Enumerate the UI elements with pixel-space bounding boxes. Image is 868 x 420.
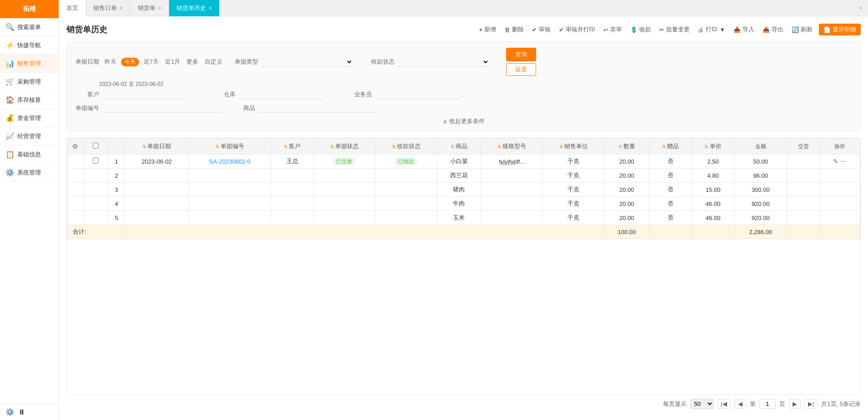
select-all-checkbox[interactable] — [93, 143, 99, 149]
filter-date-item: 单据日期 昨天 今天 近7天 近1月 更多 自定义 — [74, 57, 224, 66]
sidebar-item-sys-mgmt[interactable]: ⚙️ 系统管理 — [0, 164, 59, 182]
tab-sales-order-close[interactable]: × — [120, 5, 123, 11]
sidebar-item-finance[interactable]: 💰 资金管理 — [0, 109, 59, 127]
ops-mgmt-icon: 📈 — [5, 132, 14, 140]
filter-docno-item: 单据编号 — [74, 104, 221, 113]
th-price[interactable]: ⇅ 单价 — [692, 139, 734, 155]
th-spec[interactable]: ⇅ 规格型号 — [481, 139, 543, 155]
tab-sales-goods-close[interactable]: × — [158, 5, 161, 11]
collapse-label: 收起更多条件 — [449, 117, 485, 125]
sidebar-item-quick-nav[interactable]: ⚡ 快捷导航 — [0, 36, 59, 55]
query-button[interactable]: 查询 — [506, 48, 536, 61]
first-page-button[interactable]: |◀ — [717, 399, 731, 409]
inventory-icon: 🏠 — [5, 95, 14, 104]
th-doc-no[interactable]: ⇅ 单据编号 — [189, 139, 271, 155]
date-btn-more[interactable]: 更多 — [185, 57, 200, 66]
basic-info-icon: 📋 — [5, 150, 14, 159]
cell-gift: 否 — [649, 197, 692, 211]
th-qty[interactable]: ⇅ 数量 — [604, 139, 649, 155]
tab-sales-history-close[interactable]: × — [209, 5, 212, 11]
cell-gift: 否 — [649, 211, 692, 225]
tab-home-label: 首页 — [66, 4, 78, 12]
sidebar-item-inventory[interactable]: 🏠 库存核算 — [0, 91, 59, 109]
collapse-button[interactable]: ∧ 收起更多条件 — [74, 117, 853, 125]
tab-bar-close-btn[interactable]: × — [853, 5, 868, 11]
pause-icon[interactable]: ⏸ — [18, 408, 25, 416]
edit-op-btn[interactable]: ✎ — [832, 158, 839, 165]
refresh-button[interactable]: 🔄 刷新 — [790, 25, 814, 35]
table-row: 5玉米千克20.00否46.00920.00 — [67, 211, 860, 225]
data-table: ⚙ ⇅ 单据日期 ⇅ 单据编号 — [67, 138, 860, 239]
show-detail-button[interactable]: 📄 显示明细 — [819, 24, 861, 35]
cell-price: 46.00 — [692, 211, 734, 225]
tab-sales-history[interactable]: 销货单历史 × — [169, 0, 220, 16]
cell-qty: 20.00 — [604, 169, 649, 183]
page-size-select[interactable]: 50 100 200 — [690, 399, 714, 409]
th-gift[interactable]: ⇅ 赠品 — [649, 139, 692, 155]
cell-checkbox — [84, 197, 109, 211]
last-page-button[interactable]: ▶| — [804, 399, 818, 409]
set-button[interactable]: 设置 — [506, 63, 536, 76]
collect-button[interactable]: 💲 收款 — [628, 25, 653, 35]
warehouse-input[interactable] — [239, 90, 321, 99]
tab-sales-history-label: 销货单历史 — [176, 4, 206, 12]
doctype-select[interactable] — [262, 57, 353, 67]
salesperson-input[interactable] — [376, 90, 457, 99]
th-doc-status[interactable]: ⇅ 单据状态 — [314, 139, 376, 155]
docno-label: 单据编号 — [74, 104, 99, 112]
date-btn-custom[interactable]: 自定义 — [203, 57, 224, 66]
next-page-button[interactable]: ▶ — [789, 399, 801, 409]
cell-paymentstatus — [375, 183, 437, 197]
row-checkbox[interactable] — [93, 158, 99, 164]
date-btn-1month[interactable]: 近1月 — [163, 57, 182, 66]
sidebar-item-search-menu[interactable]: 🔍 搜索菜单 — [0, 18, 59, 36]
cell-price: 2.50 — [692, 155, 734, 169]
import-button[interactable]: 📥 导入 — [732, 25, 756, 35]
customer-input[interactable] — [103, 90, 185, 99]
cell-docdate — [125, 169, 189, 183]
column-settings-icon[interactable]: ⚙ — [72, 143, 78, 150]
tab-home[interactable]: 首页 — [59, 0, 86, 16]
batch-change-button[interactable]: ✏ 批量变更 — [657, 25, 692, 35]
customer-dots[interactable]: ... — [188, 91, 193, 98]
audit-button[interactable]: ✔ 审核 — [530, 25, 552, 35]
th-customer[interactable]: ⇅ 客户 — [271, 139, 314, 155]
goods-dots[interactable]: ... — [381, 105, 386, 112]
date-btn-yesterday[interactable]: 昨天 — [103, 57, 118, 66]
sidebar-item-sales-mgmt[interactable]: 📊 销售管理 — [0, 55, 59, 73]
settings-bottom-icon[interactable]: ⚙️ — [5, 408, 15, 416]
salesperson-dots[interactable]: ... — [461, 91, 466, 98]
current-page-input[interactable] — [759, 399, 776, 409]
new-button[interactable]: + 新增 — [477, 25, 498, 35]
cell-unit: 千克 — [543, 211, 605, 225]
th-payment-status[interactable]: ⇅ 收款状态 — [375, 139, 437, 155]
cell-price: 46.00 — [692, 197, 734, 211]
abandon-button[interactable]: ↩ 弃审 — [602, 25, 624, 35]
sidebar-item-ops-mgmt[interactable]: 📈 经营管理 — [0, 127, 59, 145]
more-op-btn[interactable]: ⋯ — [839, 158, 848, 165]
audit-print-button[interactable]: ✔ 审核并打印 — [557, 25, 597, 35]
prev-page-button[interactable]: ◀ — [734, 399, 746, 409]
goods-input[interactable] — [259, 104, 377, 113]
th-doc-date[interactable]: ⇅ 单据日期 — [125, 139, 189, 155]
payment-select[interactable] — [398, 57, 489, 67]
print-button[interactable]: 🖨 打印 ▼ — [696, 25, 727, 35]
doc-no-link[interactable]: SA-20230602-0 — [209, 158, 251, 165]
summary-empty — [125, 225, 604, 239]
data-table-container: ⚙ ⇅ 单据日期 ⇅ 单据编号 — [66, 138, 861, 395]
warehouse-dots[interactable]: ... — [325, 91, 330, 98]
th-goods[interactable]: ⇅ 商品 — [437, 139, 481, 155]
cell-goods: 西兰花 — [437, 169, 481, 183]
export-button[interactable]: 📤 导出 — [761, 25, 785, 35]
tab-sales-order[interactable]: 销售订单 × — [86, 0, 130, 16]
date-btn-7days[interactable]: 近7天 — [142, 57, 161, 66]
cell-docno — [189, 169, 271, 183]
tab-sales-goods[interactable]: 销货单 × — [130, 0, 169, 16]
th-unit[interactable]: ⇅ 销售单位 — [543, 139, 605, 155]
delete-button[interactable]: 🗑 删除 — [502, 25, 526, 35]
date-btn-today[interactable]: 今天 — [121, 58, 139, 66]
cell-ops — [820, 169, 860, 183]
docno-input[interactable] — [103, 104, 221, 113]
sidebar-item-purchase-mgmt[interactable]: 🛒 采购管理 — [0, 73, 59, 91]
sidebar-item-basic-info[interactable]: 📋 基础信息 — [0, 145, 59, 164]
